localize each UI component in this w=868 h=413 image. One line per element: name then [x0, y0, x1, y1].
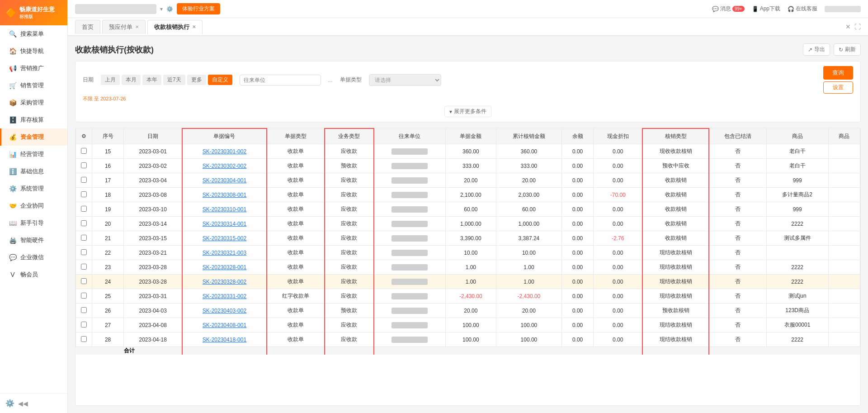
tab-close-pre-receipt[interactable]: ✕ [135, 24, 139, 29]
doc-no-link[interactable]: SK-20230310-001 [203, 206, 246, 213]
sidebar-item-sales-mgmt[interactable]: 🛒销售管理 [0, 77, 67, 94]
sidebar-item-guide[interactable]: 📖新手引导 [0, 214, 67, 232]
cell-checkbox[interactable] [76, 275, 92, 289]
doc-no-link[interactable]: SK-20230418-001 [203, 337, 246, 343]
refresh-button[interactable]: ↻ 刷新 [834, 43, 861, 56]
sidebar-item-inventory[interactable]: 🗄️库存核算 [0, 111, 67, 128]
th-gear[interactable]: ⚙ [76, 128, 92, 144]
this-year-btn[interactable]: 本年 [142, 75, 161, 85]
cell-biz-type: 应收款 [325, 246, 374, 260]
tab-receipt-exec[interactable]: 收款核销执行✕ [147, 20, 203, 35]
cell-checkbox[interactable] [76, 304, 92, 318]
cell-checkbox[interactable] [76, 173, 92, 188]
cell-write-off-type: 收款核销 [642, 202, 709, 217]
cell-checkbox[interactable] [76, 260, 92, 275]
doc-type-select[interactable]: 请选择 [369, 74, 441, 86]
row-checkbox[interactable] [81, 278, 87, 284]
row-checkbox[interactable] [81, 148, 87, 154]
tab-home[interactable]: 首页 [75, 20, 100, 34]
message-area[interactable]: 💬 消息 99+ [712, 5, 745, 13]
sidebar-item-wechat[interactable]: 💬企业微信 [0, 249, 67, 266]
cell-checkbox[interactable] [76, 246, 92, 260]
sidebar-item-corp-coop[interactable]: 🤝企业协同 [0, 197, 67, 214]
sidebar-item-member[interactable]: V畅会员 [0, 266, 67, 283]
sidebar-item-quick-nav[interactable]: 🏠快捷导航 [0, 43, 67, 60]
cell-include-settled: 否 [709, 144, 766, 159]
cell-biz-type: 应收款 [325, 332, 374, 347]
row-checkbox[interactable] [81, 220, 87, 226]
app-download-btn[interactable]: 📱 App下载 [752, 5, 780, 13]
settings-icon[interactable]: ⚙️ [5, 399, 14, 408]
cell-checkbox[interactable] [76, 289, 92, 304]
cell-write-off-type: 现收收款核销 [642, 144, 709, 159]
row-checkbox[interactable] [81, 177, 87, 183]
doc-no-link[interactable]: SK-20230321-003 [203, 250, 246, 256]
expand-filter-btn[interactable]: ▾ 展开更多条件 [444, 106, 491, 117]
cell-goods2 [828, 188, 860, 202]
row-checkbox[interactable] [81, 336, 87, 342]
breadcrumb-input[interactable] [75, 4, 156, 14]
doc-no-link[interactable]: SK-20230308-001 [203, 192, 246, 198]
sidebar-item-sys-mgmt[interactable]: ⚙️系统管理 [0, 180, 67, 197]
more-btn[interactable]: 更多 [187, 75, 206, 85]
sidebar-item-search-menu[interactable]: 🔍搜索菜单 [0, 25, 67, 43]
row-checkbox[interactable] [81, 249, 87, 255]
row-checkbox[interactable] [81, 206, 87, 212]
gear-icon[interactable]: ⚙️ [166, 6, 173, 12]
sidebar-item-purchase[interactable]: 📦采购管理 [0, 94, 67, 111]
this-month-btn[interactable]: 本月 [122, 75, 141, 85]
cell-checkbox[interactable] [76, 217, 92, 231]
doc-no-link[interactable]: SK-20230408-001 [203, 322, 246, 328]
row-checkbox[interactable] [81, 235, 87, 241]
sidebar-item-marketing[interactable]: 📢营销推广 [0, 60, 67, 77]
doc-no-link[interactable]: SK-20230328-001 [203, 264, 246, 271]
cell-checkbox[interactable] [76, 332, 92, 347]
cell-checkbox[interactable] [76, 159, 92, 173]
last7-btn[interactable]: 近7天 [163, 75, 185, 85]
cell-checkbox[interactable] [76, 144, 92, 159]
row-checkbox[interactable] [81, 307, 87, 313]
cell-checkbox[interactable] [76, 231, 92, 246]
cell-checkbox[interactable] [76, 318, 92, 332]
sidebar-item-operation[interactable]: 📊经营管理 [0, 146, 67, 163]
sidebar-item-finance[interactable]: 💰资金管理 [0, 128, 67, 146]
industry-solution-button[interactable]: 体验行业方案 [177, 3, 220, 14]
tab-close-receipt-exec[interactable]: ✕ [192, 24, 196, 29]
close-tab-icon[interactable]: ✕ [845, 23, 851, 30]
cell-checkbox[interactable] [76, 202, 92, 217]
row-checkbox[interactable] [81, 191, 87, 197]
doc-no-link[interactable]: SK-20230403-002 [203, 308, 246, 314]
tab-pre-receipt[interactable]: 预应付单✕ [102, 20, 146, 34]
doc-no-link[interactable]: SK-20230304-001 [203, 177, 246, 184]
custom-btn[interactable]: 自定义 [208, 75, 232, 85]
dropdown-icon[interactable]: ▾ [160, 6, 163, 12]
row-checkbox[interactable] [81, 162, 87, 168]
query-button[interactable]: 查询 [823, 66, 853, 80]
setting-button[interactable]: 设置 [823, 81, 853, 94]
sidebar-label-finance: 资金管理 [20, 133, 44, 141]
user-info[interactable] [825, 6, 861, 12]
row-checkbox[interactable] [81, 293, 87, 299]
maximize-icon[interactable]: ⛶ [854, 23, 861, 30]
doc-no-link[interactable]: SK-20230315-002 [203, 235, 246, 242]
doc-no-link[interactable]: SK-20230331-002 [203, 293, 246, 299]
collapse-icon[interactable]: ◀◀ [18, 400, 28, 407]
last-month-btn[interactable]: 上月 [101, 75, 120, 85]
row-checkbox[interactable] [81, 322, 87, 328]
doc-no-link[interactable]: SK-20230314-001 [203, 221, 246, 227]
online-service-btn[interactable]: 🎧 在线客服 [788, 5, 817, 13]
cell-goods2 [828, 304, 860, 318]
cell-goods: 999 [766, 173, 828, 188]
partner-input[interactable] [240, 75, 321, 85]
cell-checkbox[interactable] [76, 188, 92, 202]
cell-amount: 100.00 [445, 332, 496, 347]
row-checkbox[interactable] [81, 264, 87, 270]
doc-no-link[interactable]: SK-20230302-002 [203, 163, 246, 169]
sidebar-item-basic-info[interactable]: ℹ️基础信息 [0, 163, 67, 180]
sidebar-item-smart-hw[interactable]: 🖨️智能硬件 [0, 232, 67, 249]
export-button[interactable]: ↗ 导出 [803, 43, 830, 56]
doc-no-link[interactable]: SK-20230328-002 [203, 279, 246, 285]
cell-include-settled: 否 [709, 332, 766, 347]
sidebar-label-wechat: 企业微信 [20, 253, 44, 261]
doc-no-link[interactable]: SK-20230301-002 [203, 148, 246, 155]
